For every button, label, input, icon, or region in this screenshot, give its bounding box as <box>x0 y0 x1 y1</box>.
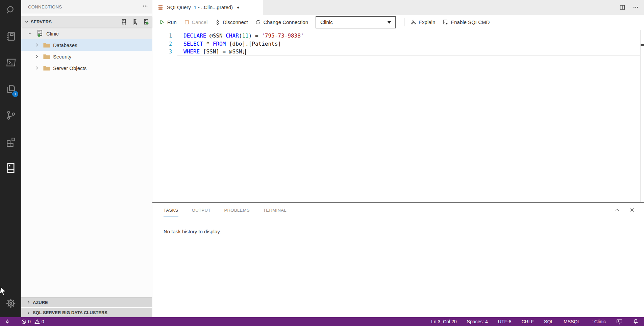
toolbar-separator <box>404 18 404 26</box>
tab-bar: SQLQuery_1 - ..Clin...grated) ● <box>152 0 644 15</box>
code-token: ) <box>249 32 255 39</box>
change-connection-icon <box>255 19 261 25</box>
new-connection-icon[interactable] <box>121 19 127 25</box>
search-icon[interactable] <box>0 0 21 20</box>
line-number: 2 <box>158 40 172 48</box>
cancel-button[interactable]: Cancel <box>184 19 208 25</box>
database-icon <box>157 4 164 11</box>
server-icon <box>36 29 44 38</box>
tree-item-security[interactable]: Security <box>21 51 152 62</box>
sidebar-title: CONNECTIONS <box>28 4 62 9</box>
code-token: 11 <box>242 32 248 39</box>
problems-indicator[interactable]: 0 0 <box>21 319 44 325</box>
chevron-down-icon[interactable] <box>27 31 33 36</box>
enable-sqlcmd-icon <box>443 19 448 25</box>
feedback-icon[interactable] <box>616 319 623 325</box>
close-panel-icon[interactable] <box>629 207 635 213</box>
notifications-bell-icon[interactable] <box>633 319 639 325</box>
notebook-icon[interactable] <box>0 26 21 46</box>
tree-item-clinic[interactable]: Clinic <box>21 28 152 39</box>
connections-titlebar: CONNECTIONS <box>21 0 152 14</box>
code-line-3: WHERE [SSN] = @SSN; <box>183 48 245 56</box>
panel-tab-tasks[interactable]: TASKS <box>164 208 178 216</box>
source-control-icon[interactable] <box>0 105 21 125</box>
servers-section-header[interactable]: SERVERS <box>21 16 152 27</box>
accessibility-icon[interactable] <box>5 319 10 325</box>
dirty-indicator-icon[interactable]: ● <box>237 5 240 10</box>
tree-item-databases[interactable]: Databases <box>21 39 152 51</box>
code-line-1: DECLARE @SSN CHAR(11) = '795-73-9838' <box>183 32 304 40</box>
run-button[interactable]: Run <box>159 19 177 25</box>
status-bar: 0 0 Ln 3, Col 20 Spaces: 4 UTF-8 CRLF SQ… <box>0 317 644 326</box>
tree-item-label: Databases <box>53 42 77 48</box>
tab-title: SQLQuery_1 - ..Clin...grated) <box>167 4 233 10</box>
text-cursor <box>245 49 246 55</box>
dropdown-arrow-icon <box>387 21 391 24</box>
connection-status[interactable]: .: Clinic <box>590 319 606 324</box>
task-history-icon[interactable]: 1 <box>0 79 21 99</box>
bottom-panel: TASKS OUTPUT PROBLEMS TERMINAL No task h… <box>152 202 644 317</box>
folder-icon <box>43 65 50 71</box>
servers-label: SERVERS <box>31 19 52 24</box>
panel-tab-output[interactable]: OUTPUT <box>192 208 211 216</box>
code-token: WHERE <box>183 48 203 55</box>
folder-icon <box>43 53 50 60</box>
active-connections-icon[interactable] <box>143 19 149 25</box>
encoding[interactable]: UTF-8 <box>498 319 512 324</box>
warning-count: 0 <box>42 319 44 324</box>
disconnect-button[interactable]: Disconnect <box>215 19 248 25</box>
more-actions-icon[interactable] <box>143 3 148 10</box>
maximize-panel-icon[interactable] <box>614 207 620 213</box>
query-toolbar: Run Cancel Disconnect Change Connection <box>152 15 644 30</box>
eol-sequence[interactable]: CRLF <box>522 319 534 324</box>
disconnect-icon <box>215 19 220 25</box>
tree-item-server-objects[interactable]: Server Objects <box>21 62 152 74</box>
tab-sqlquery1[interactable]: SQLQuery_1 - ..Clin...grated) ● <box>152 0 263 15</box>
database-dropdown[interactable]: Clinic <box>316 16 396 28</box>
explain-icon <box>411 19 416 25</box>
panel-tab-terminal[interactable]: TERMINAL <box>263 208 287 216</box>
big-data-clusters-section-header[interactable]: SQL SERVER BIG DATA CLUSTERS <box>21 308 152 317</box>
tree-item-label: Server Objects <box>53 65 86 71</box>
azure-label: AZURE <box>33 300 48 305</box>
explain-button[interactable]: Explain <box>411 19 435 25</box>
code-editor[interactable]: 1 2 3 DECLARE @SSN CHAR(11) = '795-73-98… <box>152 30 644 202</box>
editor-group: SQLQuery_1 - ..Clin...grated) ● Run Canc… <box>152 0 644 317</box>
chevron-right-icon[interactable] <box>34 66 40 70</box>
database-dropdown-value: Clinic <box>320 19 333 25</box>
line-number: 1 <box>158 32 172 40</box>
error-count: 0 <box>28 319 31 324</box>
overview-ruler <box>640 30 641 202</box>
provider[interactable]: MSSQL <box>564 319 580 324</box>
error-icon <box>21 319 27 325</box>
chevron-right-icon <box>26 300 31 305</box>
split-editor-icon[interactable] <box>619 4 625 10</box>
enable-sqlcmd-button[interactable]: Enable SQLCMD <box>443 19 490 25</box>
new-server-group-icon[interactable] <box>132 19 138 25</box>
azure-section-header[interactable]: AZURE <box>21 297 152 307</box>
code-token: @SSN <box>229 48 242 55</box>
run-icon <box>159 19 165 25</box>
chevron-right-icon[interactable] <box>34 54 40 59</box>
code-line-2: SELECT * FROM [dbo].[Patients] <box>183 40 281 48</box>
code-token: FROM <box>213 41 229 47</box>
code-token: = <box>255 32 262 39</box>
indentation[interactable]: Spaces: 4 <box>467 319 488 324</box>
extensions-icon[interactable] <box>0 132 21 152</box>
activity-bar: 1 <box>0 0 21 317</box>
more-actions-icon[interactable] <box>633 4 639 10</box>
cursor-position[interactable]: Ln 3, Col 20 <box>431 319 457 324</box>
folder-icon <box>43 42 50 48</box>
connections-icon[interactable] <box>0 158 21 178</box>
sidebar: CONNECTIONS SERVERS <box>21 0 152 317</box>
activity-badge: 1 <box>12 91 18 97</box>
current-line-highlight <box>177 48 641 56</box>
line-number: 3 <box>158 48 172 56</box>
language-mode[interactable]: SQL <box>544 319 553 324</box>
chevron-right-icon <box>26 310 31 315</box>
change-connection-button[interactable]: Change Connection <box>255 19 308 25</box>
terminal-icon[interactable] <box>0 52 21 73</box>
panel-tab-problems[interactable]: PROBLEMS <box>224 208 250 216</box>
gear-icon[interactable] <box>0 293 21 313</box>
chevron-right-icon[interactable] <box>34 43 40 47</box>
